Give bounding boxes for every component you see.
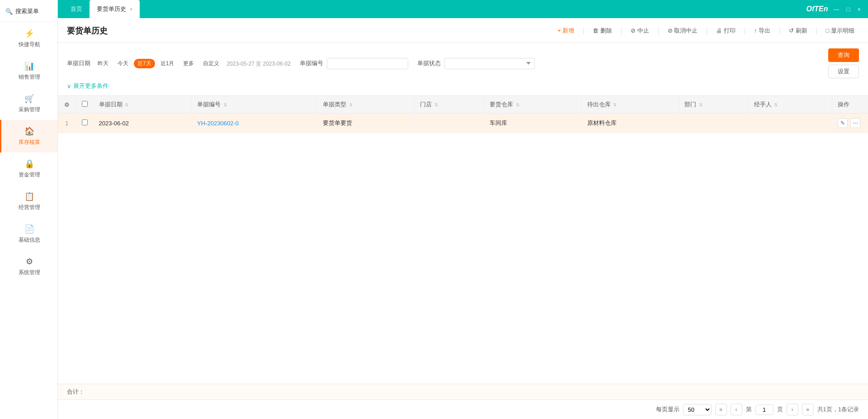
toolbar-divider xyxy=(707,27,707,34)
row-edit-button[interactable]: ✎ xyxy=(838,118,848,128)
suspend-button[interactable]: ⊘ 中止 xyxy=(626,24,654,37)
th-department-label: 部门 xyxy=(684,101,696,108)
cell-num: 1 xyxy=(58,114,76,133)
next-page-button[interactable]: › xyxy=(787,404,798,415)
sidebar-search[interactable]: 🔍 搜索菜单 xyxy=(0,0,57,22)
page-number-input[interactable] xyxy=(755,405,774,415)
status-select[interactable] xyxy=(444,58,535,69)
th-checkbox[interactable] xyxy=(76,96,93,114)
row-checkbox[interactable] xyxy=(82,119,88,125)
toolbar-divider xyxy=(779,27,780,34)
toolbar-divider xyxy=(658,27,659,34)
query-button[interactable]: 查询 xyxy=(828,48,859,62)
sidebar-item-label: 快捷导航 xyxy=(19,41,40,48)
tab-current[interactable]: 要货单历史 × xyxy=(90,0,140,18)
sidebar-item-system[interactable]: ⚙ 系统管理 xyxy=(0,250,57,283)
cell-store xyxy=(415,114,484,133)
th-doctype[interactable]: 单据类型 ⇅ xyxy=(317,96,415,114)
first-page-button[interactable]: « xyxy=(715,404,727,415)
sort-icon: ⇅ xyxy=(125,102,128,107)
docno-filter-group: 单据编号 xyxy=(300,58,408,69)
cell-docno[interactable]: YH-20230602-0 xyxy=(192,114,317,133)
docno-input[interactable] xyxy=(327,58,408,69)
th-store-label: 门店 xyxy=(420,101,432,108)
th-handler[interactable]: 经手人 ⇅ xyxy=(748,96,832,114)
expand-more-btn[interactable]: ∨ 展开更多条件 xyxy=(67,82,859,90)
settings-button[interactable]: 设置 xyxy=(828,65,859,78)
sidebar-item-sales[interactable]: 📊 销售管理 xyxy=(0,55,57,87)
row-actions: ✎ ⋯ xyxy=(838,118,863,128)
th-pending-warehouse[interactable]: 待出仓库 ⇅ xyxy=(581,96,679,114)
date-btn-today[interactable]: 今天 xyxy=(114,59,132,68)
date-btn-last7[interactable]: 近7天 xyxy=(134,59,155,68)
brand-label: OfTEn xyxy=(807,5,828,13)
sort-icon: ⇅ xyxy=(613,102,617,107)
tab-close-icon[interactable]: × xyxy=(130,6,132,12)
print-button[interactable]: 🖨 打印 xyxy=(712,24,740,37)
show-detail-button[interactable]: □ 显示明细 xyxy=(821,24,859,37)
th-actions: 操作 xyxy=(832,96,868,114)
date-filter-group: 单据日期 昨天 今天 近7天 近1月 更多 自定义 2023-05-27 至 2… xyxy=(67,59,291,68)
th-department[interactable]: 部门 ⇅ xyxy=(679,96,749,114)
purchase-icon: 🛒 xyxy=(24,94,34,104)
cancel-suspend-button[interactable]: ⊘ 取消中止 xyxy=(663,24,703,37)
new-button[interactable]: + 新增 xyxy=(553,24,579,37)
table-body: 1 2023-06-02 YH-20230602-0 要货单要货 车间库 原材料… xyxy=(58,114,868,133)
sales-icon: 📊 xyxy=(24,61,34,71)
maximize-button[interactable]: □ xyxy=(845,5,852,14)
sidebar-search-label: 搜索菜单 xyxy=(15,7,39,15)
sidebar-item-label: 系统管理 xyxy=(19,269,40,276)
topbar-right: OfTEn — □ × xyxy=(807,5,863,14)
prev-page-button[interactable]: ‹ xyxy=(731,404,742,415)
date-range-text: 2023-05-27 至 2023-06-02 xyxy=(226,60,290,68)
sidebar-item-operation[interactable]: 📋 经营管理 xyxy=(0,185,57,218)
inventory-icon: 🏠 xyxy=(24,126,34,136)
table-settings-icon: ⚙ xyxy=(64,101,70,108)
th-settings[interactable]: ⚙ xyxy=(58,96,76,114)
date-btn-custom[interactable]: 自定义 xyxy=(199,59,223,68)
date-btn-more[interactable]: 更多 xyxy=(179,59,198,68)
sidebar: 🔍 搜索菜单 ⚡ 快捷导航 📊 销售管理 🛒 采购管理 🏠 库存核算 🔒 资金管… xyxy=(0,0,58,419)
chevron-down-icon: ∨ xyxy=(67,83,71,90)
tab-home-label: 首页 xyxy=(71,5,82,13)
per-page-select[interactable]: 50 xyxy=(683,404,712,415)
export-button[interactable]: ↑ 导出 xyxy=(750,24,775,37)
cell-pending-warehouse: 原材料仓库 xyxy=(581,114,679,133)
page-title: 要货单历史 xyxy=(67,25,108,36)
docno-link[interactable]: YH-20230602-0 xyxy=(197,120,239,127)
th-store[interactable]: 门店 ⇅ xyxy=(415,96,484,114)
sidebar-item-label: 基础信息 xyxy=(19,236,40,244)
toolbar-divider xyxy=(583,27,584,34)
sidebar-item-basic[interactable]: 📄 基础信息 xyxy=(0,218,57,250)
row-more-button[interactable]: ⋯ xyxy=(850,118,860,128)
page-header: 要货单历史 + 新增 🗑 删除 ⊘ 中止 ⊘ 取消中止 🖨 打印 ↑ 导出 ↺ … xyxy=(58,18,868,43)
minimize-button[interactable]: — xyxy=(832,5,841,14)
toolbar-divider xyxy=(745,27,745,34)
operation-icon: 📋 xyxy=(24,191,34,201)
delete-button[interactable]: 🗑 删除 xyxy=(588,24,617,37)
sidebar-item-inventory[interactable]: 🏠 库存核算 xyxy=(0,120,57,152)
cell-doctype: 要货单要货 xyxy=(317,114,415,133)
date-btn-yesterday[interactable]: 昨天 xyxy=(94,59,112,68)
sort-icon: ⇅ xyxy=(699,102,703,107)
th-docno[interactable]: 单据编号 ⇅ xyxy=(192,96,317,114)
toolbar-divider xyxy=(816,27,817,34)
close-button[interactable]: × xyxy=(855,5,863,14)
sidebar-item-label: 经营管理 xyxy=(19,204,40,211)
sidebar-item-purchase[interactable]: 🛒 采购管理 xyxy=(0,87,57,120)
table-area: ⚙ 单据日期 ⇅ 单据编号 ⇅ 单据类型 ⇅ xyxy=(58,96,868,384)
date-btn-last-month[interactable]: 近1月 xyxy=(157,59,178,68)
last-page-button[interactable]: » xyxy=(802,404,814,415)
sidebar-item-quick-nav[interactable]: ⚡ 快捷导航 xyxy=(0,22,57,55)
th-date[interactable]: 单据日期 ⇅ xyxy=(93,96,192,114)
cell-checkbox[interactable] xyxy=(76,114,93,133)
toolbar: + 新增 🗑 删除 ⊘ 中止 ⊘ 取消中止 🖨 打印 ↑ 导出 ↺ 刷新 □ 显… xyxy=(553,24,859,37)
status-filter-label: 单据状态 xyxy=(417,59,441,67)
tab-home[interactable]: 首页 xyxy=(63,0,90,18)
refresh-button[interactable]: ↺ 刷新 xyxy=(784,24,812,37)
sidebar-item-finance[interactable]: 🔒 资金管理 xyxy=(0,152,57,185)
table-footer: 合计： xyxy=(58,384,868,400)
th-req-warehouse[interactable]: 要货仓库 ⇅ xyxy=(484,96,582,114)
select-all-checkbox[interactable] xyxy=(82,101,88,107)
table-header-row: ⚙ 单据日期 ⇅ 单据编号 ⇅ 单据类型 ⇅ xyxy=(58,96,868,114)
